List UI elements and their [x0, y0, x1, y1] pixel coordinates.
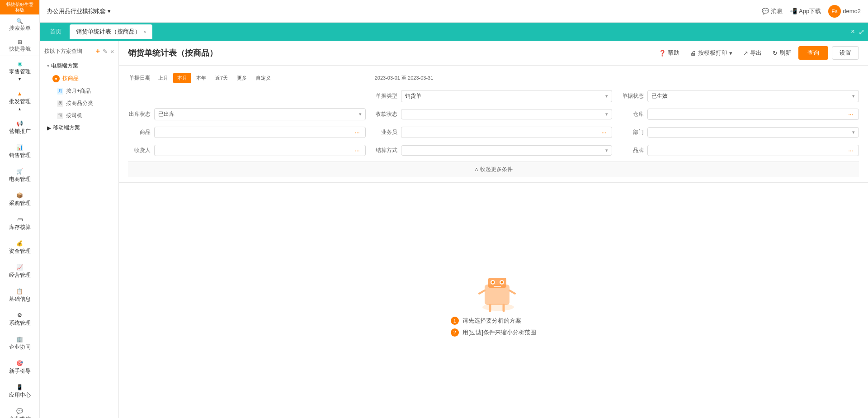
tree-group-pc: ▾ 电脑端方案 ● 按商品 月 按月+商品 类 按商品分类	[40, 60, 118, 122]
sidebar-item-newbie[interactable]: 🎯 新手引导	[0, 356, 39, 380]
brand-input[interactable]: ···	[647, 145, 859, 156]
sidebar-search[interactable]: 🔍 搜索菜单	[0, 14, 39, 36]
payment-status-input[interactable]: ▾	[401, 109, 613, 119]
active-dot: ●	[52, 75, 60, 82]
empty-step-2: 2 用[过滤]条件来缩小分析范围	[451, 328, 536, 337]
refresh-btn[interactable]: ↻ 刷新	[769, 47, 795, 59]
date-tab-more[interactable]: 更多	[233, 73, 251, 83]
tab-maximize-icon[interactable]: ⤢	[859, 28, 864, 36]
warehouse-input[interactable]: ···	[647, 109, 859, 120]
tab-home[interactable]: 首页	[43, 24, 68, 39]
help-btn[interactable]: ❓ 帮助	[655, 47, 683, 59]
query-button[interactable]: 查询	[798, 46, 828, 60]
doc-status-input[interactable]: 已生效 ▾	[647, 90, 859, 102]
brand-more-icon[interactable]: ···	[846, 147, 855, 154]
filter-row-1b: 单据类型 销货单 ▾ 单据状态 已生效 ▾	[128, 89, 859, 103]
header-actions: 💬 消息 📲 App下载 Ea demo2	[762, 5, 861, 18]
app-download-btn[interactable]: 📲 App下载	[790, 7, 821, 15]
scheme-panel-label: 按以下方案查询	[44, 48, 93, 55]
date-tab-7days[interactable]: 近7天	[211, 73, 232, 83]
date-tab-prev-month[interactable]: 上月	[154, 73, 172, 83]
print-btn[interactable]: 🖨 按模板打印 ▾	[687, 47, 736, 59]
tree-arrow-mobile: ▶	[47, 125, 51, 131]
tree-arrow-pc: ▾	[47, 63, 49, 68]
tree-item-by-month-product[interactable]: 月 按月+商品	[40, 85, 118, 97]
filter-content: 销货单统计表（按商品） ❓ 帮助 🖨 按模板打印 ▾	[119, 41, 868, 418]
collapse-more-conditions[interactable]: ∧ 收起更多条件	[128, 162, 859, 177]
sidebar-item-wholesale[interactable]: ▲ 批发管理 ▴	[0, 86, 39, 116]
newbie-icon: 🎯	[16, 360, 23, 366]
product-more-icon[interactable]: ···	[353, 129, 362, 136]
staff-input[interactable]: ···	[401, 127, 613, 138]
page-content: 按以下方案查询 + ✎ « ▾ 电脑端方案 ● 按商品	[40, 41, 868, 418]
warehouse-status-input[interactable]: 已出库 ▾	[154, 108, 366, 120]
sidebar-item-basic[interactable]: 📋 基础信息	[0, 284, 39, 308]
top-header: 办公用品行业模拟账套 ▾ 💬 消息 📲 App下载 Ea demo2	[40, 0, 868, 23]
filter-cell-staff: 业务员 ···	[375, 125, 613, 139]
brand-label: 品牌	[621, 147, 644, 154]
logo-text: 畅捷信好生意	[6, 2, 33, 7]
warehouse-status-value: 已出库	[158, 110, 359, 118]
warehouse-status-arrow: ▾	[359, 111, 362, 117]
sidebar-item-marketing[interactable]: 📢 营销推广	[0, 116, 39, 140]
setting-button[interactable]: 设置	[832, 46, 859, 60]
warehouse-label: 仓库	[621, 110, 644, 118]
sidebar-item-inventory[interactable]: 🗃 库存核算	[0, 212, 39, 236]
basic-icon: 📋	[16, 288, 23, 294]
collapse-panel-icon[interactable]: «	[110, 48, 114, 55]
user-menu[interactable]: Ea demo2	[828, 5, 861, 18]
doc-type-input[interactable]: 销货单 ▾	[401, 90, 613, 102]
staff-more-icon[interactable]: ···	[599, 129, 608, 136]
edit-scheme-icon[interactable]: ✎	[103, 48, 108, 55]
sidebar-item-retail[interactable]: ◉ 零售管理 ▾	[0, 56, 39, 86]
help-icon: ❓	[659, 50, 666, 57]
tab-close-icon[interactable]: ×	[143, 29, 146, 34]
tree-item-by-product[interactable]: ● 按商品	[40, 72, 118, 85]
sidebar-item-purchase[interactable]: 📦 采购管理	[0, 188, 39, 212]
sidebar-item-sales[interactable]: 📊 销售管理	[0, 140, 39, 164]
sidebar-item-operations[interactable]: 📈 经营管理	[0, 260, 39, 284]
search-icon: 🔍	[3, 18, 37, 24]
doc-status-label: 单据状态	[621, 92, 644, 100]
tree-item-by-printer[interactable]: 司 按司机	[40, 109, 118, 122]
svg-rect-7	[494, 286, 501, 287]
filter-row-3: 商品 ··· 业务员 ···	[128, 125, 859, 139]
category-icon: 类	[57, 100, 63, 107]
tree-group-pc-header[interactable]: ▾ 电脑端方案	[40, 60, 118, 72]
sidebar-item-ecommerce[interactable]: 🛒 电商管理	[0, 164, 39, 188]
print-icon: 🖨	[690, 50, 696, 57]
date-range-display: 2023-03-01 至 2023-03-31	[375, 75, 434, 81]
add-scheme-icon[interactable]: +	[96, 47, 100, 55]
dept-input[interactable]: ▾	[647, 127, 859, 138]
industry-selector[interactable]: 办公用品行业模拟账套 ▾	[47, 7, 111, 15]
sidebar-item-wechat[interactable]: 💬 企业微信	[0, 404, 39, 418]
product-input[interactable]: ···	[154, 127, 366, 138]
scheme-tree: ▾ 电脑端方案 ● 按商品 月 按月+商品 类 按商品分类	[40, 58, 118, 136]
export-btn[interactable]: ↗ 导出	[740, 47, 765, 59]
payment-method-input[interactable]: ▾	[401, 145, 613, 156]
tab-sales-stats[interactable]: 销货单统计表（按商品） ×	[70, 24, 152, 39]
date-tab-this-month[interactable]: 本月	[173, 73, 191, 83]
sidebar-item-enterprise[interactable]: 🏢 企业协同	[0, 332, 39, 356]
date-filter-group: 上月 本月 本年 近7天 更多 自定义	[154, 73, 366, 83]
page-title-row: 销货单统计表（按商品） ❓ 帮助 🖨 按模板打印 ▾	[128, 46, 859, 60]
refresh-icon: ↻	[773, 50, 778, 57]
sidebar-quick-nav[interactable]: ⊞ 快捷导航	[0, 36, 39, 56]
message-btn[interactable]: 💬 消息	[762, 7, 783, 15]
filter-row-1: 单据日期 上月 本月 本年 近7天 更多 自定义	[128, 71, 859, 85]
tree-group-mobile[interactable]: ▶ 移动端方案	[40, 122, 118, 134]
receiver-input[interactable]: ···	[154, 145, 366, 156]
right-actions-bar: ❓ 帮助 🖨 按模板打印 ▾ ↗ 导出	[655, 46, 859, 60]
receiver-more-icon[interactable]: ···	[353, 147, 362, 154]
date-tab-custom[interactable]: 自定义	[252, 73, 275, 83]
sidebar-item-finance[interactable]: 💰 资金管理	[0, 236, 39, 260]
warehouse-more-icon[interactable]: ···	[846, 111, 855, 118]
step-2-num: 2	[451, 328, 459, 337]
scheme-panel-header: 按以下方案查询 + ✎ «	[40, 44, 118, 58]
svg-line-9	[509, 290, 515, 294]
tab-close-all-icon[interactable]: ×	[851, 28, 855, 36]
tree-item-by-category[interactable]: 类 按商品分类	[40, 97, 118, 109]
sidebar-item-app-center[interactable]: 📱 应用中心	[0, 380, 39, 404]
date-tab-this-year[interactable]: 本年	[192, 73, 210, 83]
sidebar-item-system[interactable]: ⚙ 系统管理	[0, 308, 39, 332]
